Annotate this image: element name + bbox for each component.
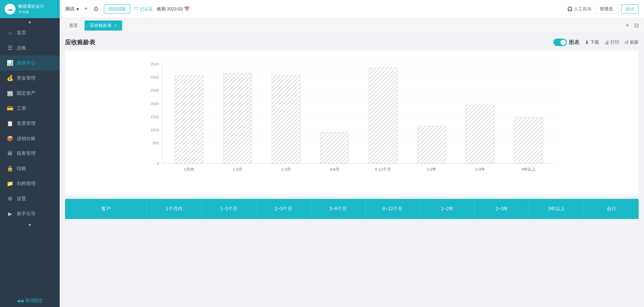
sidebar-item-funds[interactable]: 💰 资金管理 [0,71,60,86]
table-header-3plus-year: 3年以上 [529,199,584,219]
add-button[interactable]: + [83,4,89,14]
reports-icon: 📊 [7,60,13,66]
svg-text:1月内: 1月内 [184,167,194,171]
sidebar-item-salary[interactable]: 💳 工资 [0,101,60,116]
sidebar-item-inventory[interactable]: 📦 进销台账 [0,131,60,146]
project-selector[interactable]: 测试 ▾ [65,6,79,12]
project-name: 测试 [65,6,74,12]
tabbar: 首页 应收账龄表 × × ⊡ [60,18,644,33]
dropdown-icon: ▾ [76,6,79,12]
sidebar-item-archive[interactable]: 📁 归档管理 [0,176,60,191]
print-icon: 🖨 [604,40,609,45]
role-button[interactable]: 会计 [621,4,639,14]
sidebar-label-home: 首页 [17,30,26,36]
cert-label: 已认证 [140,6,153,12]
close-window-button[interactable]: × [625,21,630,30]
table-header-3-6month: 3~6个月 [311,199,366,219]
sidebar-label-closing: 结账 [17,166,26,172]
sidebar-item-closing[interactable]: 🔒 结账 [0,161,60,176]
table-header-2-3month: 2~3个月 [256,199,311,219]
tab-home[interactable]: 首页 [64,20,83,31]
cancel-fixed-label: 取消固定 [25,298,43,304]
sidebar-label-reports: 报表中心 [17,60,36,66]
sidebar-item-settings[interactable]: ⚙ 设置 [0,191,60,206]
settings-button[interactable]: ⚙ [92,4,100,14]
consult-button[interactable]: 🎧 人工咨询 [567,6,591,12]
salary-icon: 💳 [7,105,13,112]
table-header-1-2year: 1~2年 [420,199,475,219]
bar-3 [272,75,300,164]
print-label: 打印 [610,39,619,45]
topbar: 测试 ▾ + ⚙ 切到旧版 🛡 已认证 账期 2023-02 📅 🎧 人工咨询 … [60,0,644,18]
svg-text:6-12个月: 6-12个月 [375,167,391,171]
switch-old-version-button[interactable]: 切到旧版 [104,4,130,14]
topbar-actions: + ⚙ [83,4,100,14]
tab-receivable-aging[interactable]: 应收账龄表 × [85,20,122,31]
user-button[interactable]: 管理员 [595,4,617,14]
sidebar-logo: ☁ 畅捷通好会计 专业版 [0,0,60,18]
ledger-icon: ☰ [7,45,13,51]
tab-home-label: 首页 [69,23,78,29]
sidebar-label-salary: 工资 [17,105,26,112]
logo-icon: ☁ [5,4,15,14]
consult-label: 人工咨询 [574,6,591,12]
sidebar-label-inventory: 进销台账 [17,136,36,142]
sidebar-label-assets: 固定资产 [17,90,36,96]
cancel-fixed-icon: ◀◀ [17,298,23,303]
tab-close-icon[interactable]: × [114,23,117,28]
table-header-1month: 1个月内 [147,199,202,219]
refresh-button[interactable]: ↺ 刷新 [625,39,639,45]
table-header-6-12month: 6~12个月 [366,199,420,219]
period-label: 账期 [157,6,166,12]
scroll-down-btn[interactable]: ▼ [28,223,32,227]
print-button[interactable]: 🖨 打印 [604,39,619,45]
closing-icon: 🔒 [7,165,13,172]
logo-sub: 专业版 [18,9,44,14]
sidebar-item-ledger[interactable]: ☰ 总账 [0,40,60,55]
main-content: 测试 ▾ + ⚙ 切到旧版 🛡 已认证 账期 2023-02 📅 🎧 人工咨询 … [60,0,644,307]
consult-icon: 🎧 [567,6,573,11]
sidebar-label-tax: 税务管理 [17,150,36,157]
calendar-icon: 📅 [184,6,190,11]
download-label: 下载 [590,39,599,45]
bar-1 [175,76,203,164]
settings-icon: ⚙ [7,195,13,202]
funds-icon: 💰 [7,75,13,81]
svg-text:1500: 1500 [150,115,159,119]
archive-icon: 📁 [7,180,13,187]
cancel-fixed-btn[interactable]: ◀◀ 取消固定 [0,294,60,307]
sidebar-item-reports[interactable]: 📊 报表中心 [0,55,60,71]
accounting-period[interactable]: 账期 2023-02 📅 [157,6,190,12]
svg-text:1-2年: 1-2年 [427,167,436,171]
chart-toggle[interactable] [553,39,567,46]
scroll-up-btn[interactable]: ▲ [28,19,32,24]
sidebar-scroll: ▲ ⌂ 首页 ☰ 总账 📊 报表中心 💰 资金管理 🏢 固定资产 💳 工资 📋 … [0,18,60,294]
sidebar-item-tax[interactable]: 🏛 税务管理 [0,146,60,161]
bar-7 [466,105,494,164]
download-button[interactable]: ⬇ 下载 [585,39,599,45]
maximize-button[interactable]: ⊡ [633,21,640,30]
sidebar-item-invoice[interactable]: 📋 发票管理 [0,116,60,131]
sidebar-label-settings: 设置 [17,196,26,202]
chart-toggle-label: 图表 [569,39,580,46]
sidebar-item-guide[interactable]: ▶ 新手引导 [0,206,60,221]
cert-icon: 🛡 [134,6,139,11]
chart-container: 2500 2500 2500 2000 1500 1000 500 0 1月内 [65,50,639,195]
bar-2 [223,73,252,164]
table-header: 客户 1个月内 1~2个月 2~3个月 3~6个月 6~12个月 1~2年 2~… [65,199,639,219]
svg-text:2-3年: 2-3年 [475,167,485,171]
download-icon: ⬇ [585,40,589,45]
bar-5 [369,68,397,164]
svg-text:1-2月: 1-2月 [233,167,243,171]
sidebar-label-guide: 新手引导 [17,211,36,217]
cert-status: 🛡 已认证 [134,6,153,12]
svg-text:3-6月: 3-6月 [330,167,339,171]
assets-icon: 🏢 [7,90,13,96]
sidebar-item-assets[interactable]: 🏢 固定资产 [0,86,60,101]
svg-text:2-3月: 2-3月 [281,167,291,171]
svg-text:3年以上: 3年以上 [522,167,536,171]
home-icon: ⌂ [7,30,13,36]
sidebar-item-home[interactable]: ⌂ 首页 [0,26,60,40]
sidebar: ☁ 畅捷通好会计 专业版 ▲ ⌂ 首页 ☰ 总账 📊 报表中心 💰 资金管理 🏢… [0,0,60,307]
guide-icon: ▶ [7,211,13,217]
